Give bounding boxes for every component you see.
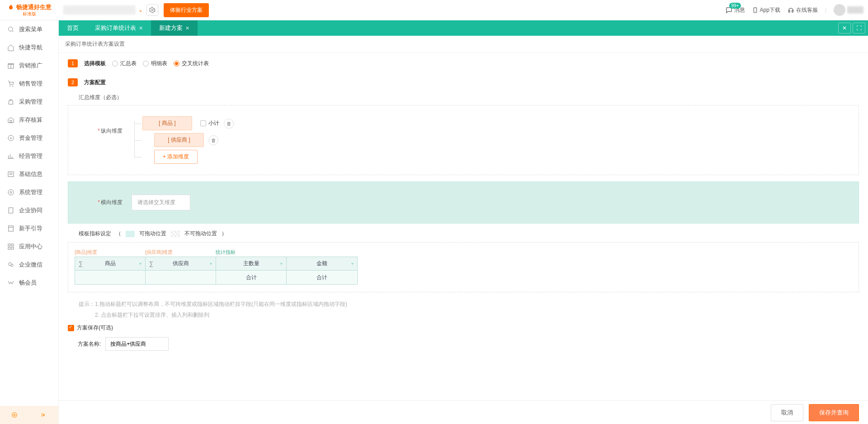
scheme-name-input[interactable] (105, 337, 169, 351)
step1-badge: 1 (68, 59, 78, 67)
indicator-table: ∑商品▾ ∑供应商▾ 主数量▾ 金额▾ 合计 合计 (75, 257, 358, 285)
headset-icon (788, 7, 794, 14)
tips-block: 提示：1.拖动标题栏可以调整布局，不可跨维度或指标区域拖动栏目字段(只能在同一维… (68, 292, 859, 322)
tab-home[interactable]: 首页 (59, 20, 87, 36)
sidebar-item-shortcut[interactable]: 快捷导航 (0, 38, 58, 57)
tab-new-scheme[interactable]: 新建方案✕ (151, 20, 198, 36)
svg-point-31 (14, 414, 16, 416)
sidebar-item-inventory[interactable]: 库存核算 (0, 111, 58, 129)
cog-icon (7, 189, 14, 196)
chevron-down-icon: ⌄ (138, 7, 143, 13)
checkbox-checked-icon (68, 325, 74, 331)
sidebar-item-basic[interactable]: 基础信息 (0, 165, 58, 183)
cancel-button[interactable]: 取消 (771, 404, 803, 421)
close-icon[interactable]: ✕ (185, 25, 189, 31)
chevron-down-icon[interactable]: ▾ (280, 261, 283, 266)
summary-dim-title: 汇总维度（必选） (68, 91, 859, 105)
indicator-grid-box: [商品]维度 [供应商]维度 统计指标 ∑商品▾ ∑供应商▾ 主数量▾ 金额▾ (68, 242, 859, 292)
svg-text:¥: ¥ (10, 137, 12, 140)
svg-point-20 (8, 190, 14, 195)
svg-rect-33 (42, 413, 42, 417)
horizontal-dim-box: 横向维度 请选择交叉维度 (68, 181, 859, 224)
app-download-label: App下载 (760, 6, 780, 14)
sidebar-collapse-button[interactable] (29, 406, 59, 424)
org-selector[interactable]: ⌄ (63, 5, 143, 14)
tab-fullscreen-button[interactable]: ⛶ (853, 23, 865, 33)
svg-point-30 (11, 264, 13, 267)
sidebar-item-guide[interactable]: 新手引导 (0, 219, 58, 238)
home-icon (7, 44, 14, 51)
delete-dim-button[interactable]: 🗑 (224, 119, 234, 129)
svg-point-19 (10, 191, 12, 193)
close-icon[interactable]: ✕ (139, 25, 143, 31)
dim-tag-supplier[interactable]: [ 供应商 ] (154, 133, 204, 147)
svg-rect-23 (9, 226, 14, 231)
footer-actions: 取消 保存并查询 (59, 400, 868, 424)
scheme-name-label: 方案名称: (78, 340, 101, 348)
col-header-qty[interactable]: 主数量▾ (216, 257, 287, 271)
gear-icon (149, 7, 156, 13)
sidebar-item-wechat[interactable]: 企业微信 (0, 256, 58, 274)
svg-rect-28 (11, 247, 14, 249)
warehouse-icon (7, 116, 14, 124)
brand-text: 畅捷通好生意 (16, 3, 52, 11)
book-icon (7, 225, 14, 232)
sidebar-item-funds[interactable]: ¥资金管理 (0, 129, 58, 147)
total-cell: 合计 (216, 271, 287, 284)
trial-button[interactable]: 体验行业方案 (164, 3, 209, 17)
user-menu[interactable] (834, 4, 863, 16)
chevron-down-icon[interactable]: ▾ (351, 261, 354, 266)
online-service-link[interactable]: 在线客服 (788, 6, 818, 14)
sidebar-settings-button[interactable] (0, 406, 29, 424)
sidebar-item-member[interactable]: 畅会员 (0, 274, 58, 292)
step2-title: 方案配置 (84, 79, 106, 86)
tab-close-all-button[interactable]: ✕ (838, 23, 851, 33)
app-download-link[interactable]: App下载 (752, 6, 780, 14)
radio-cross[interactable]: 交叉统计表 (174, 60, 209, 67)
chevron-down-icon[interactable]: ▾ (210, 261, 212, 266)
sidebar-item-operation[interactable]: 经营管理 (0, 147, 58, 165)
sidebar-item-apps[interactable]: 应用中心 (0, 238, 58, 256)
flame-icon (7, 4, 14, 11)
service-label: 在线客服 (796, 6, 818, 14)
sidebar-item-search[interactable]: 搜索菜单 (0, 20, 58, 38)
sidebar-item-purchase[interactable]: 采购管理 (0, 93, 58, 111)
sigma-icon: ∑ (79, 260, 83, 267)
gear-icon (11, 412, 18, 418)
col-header-supplier[interactable]: ∑供应商▾ (146, 257, 216, 271)
app-header: 畅捷通好生意 标准版 ⌄ 体验行业方案 99+ 消息 App下载 在线客服 (0, 0, 868, 20)
sidebar-item-system[interactable]: 系统管理 (0, 183, 58, 201)
col-header-amount[interactable]: 金额▾ (287, 257, 357, 271)
col-group-supplier: [供应商]维度 (145, 249, 216, 256)
breadcrumb: 采购订单统计表方案设置 (59, 36, 868, 53)
cross-dim-select[interactable]: 请选择交叉维度 (132, 195, 190, 210)
tab-bar: 首页 采购订单统计表✕ 新建方案✕ ✕ ⛶ (59, 20, 868, 36)
messages-link[interactable]: 99+ 消息 (726, 6, 745, 14)
svg-rect-1 (754, 8, 757, 13)
dim-tag-product[interactable]: [ 商品 ] (142, 116, 192, 130)
save-query-button[interactable]: 保存并查询 (809, 404, 859, 421)
radio-summary[interactable]: 汇总表 (112, 60, 137, 67)
save-scheme-checkbox[interactable]: 方案保存(可选) (68, 324, 859, 332)
svg-line-4 (12, 31, 14, 32)
sidebar-item-sales[interactable]: 销售管理 (0, 75, 58, 93)
settings-button[interactable] (146, 4, 158, 16)
col-group-stats: 统计指标 (216, 249, 236, 256)
step1-row: 1 选择模板 汇总表 明细表 交叉统计表 (68, 53, 859, 72)
tab-purchase-stats[interactable]: 采购订单统计表✕ (87, 20, 151, 36)
delete-dim-button[interactable]: 🗑 (208, 135, 218, 145)
chevron-down-icon[interactable]: ▾ (139, 261, 142, 266)
building-icon (7, 207, 14, 214)
radio-detail[interactable]: 明细表 (143, 60, 167, 67)
svg-rect-21 (9, 208, 13, 213)
edition-text: 标准版 (23, 11, 36, 17)
brand-logo: 畅捷通好生意 标准版 (0, 0, 59, 20)
subtotal-checkbox[interactable]: 小计 (200, 119, 219, 127)
svg-point-8 (12, 86, 13, 86)
sidebar-item-marketing[interactable]: 营销推广 (0, 57, 58, 75)
add-dimension-button[interactable]: + 添加维度 (154, 150, 198, 164)
cart-icon (7, 80, 14, 87)
col-header-product[interactable]: ∑商品▾ (75, 257, 146, 271)
wechat-icon (7, 261, 14, 268)
sidebar-item-collab[interactable]: 企业协同 (0, 201, 58, 219)
